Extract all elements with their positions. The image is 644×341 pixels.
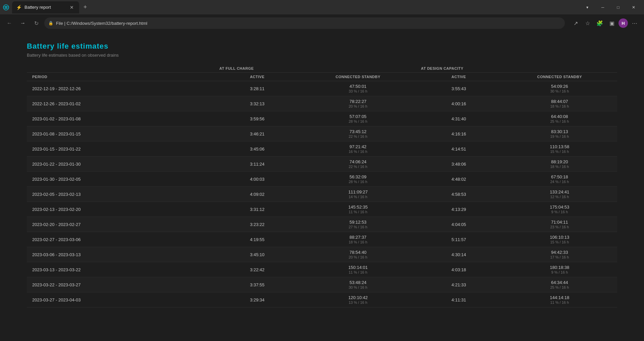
tab-title: Battery report <box>24 5 66 10</box>
period-cell: 2022-12-26 - 2023-01-02 <box>27 96 214 111</box>
fc-active-cell: 3:31:12 <box>214 202 301 217</box>
fc-active-cell: 3:29:34 <box>214 292 301 307</box>
dc-active-cell: 4:04:05 <box>416 217 502 232</box>
period-cell: 2023-03-22 - 2023-03-27 <box>27 277 214 292</box>
table-row: 2023-02-13 - 2023-02-20 3:31:12 145:52:3… <box>27 202 617 217</box>
dc-standby-cell: 180:18:38 9 % / 16 h <box>502 262 617 277</box>
tab-favicon: ⚡ <box>16 5 22 10</box>
period-cell: 2022-12-19 - 2022-12-26 <box>27 81 214 96</box>
fc-active-cell: 3:37:55 <box>214 277 301 292</box>
dc-standby-cell: 64:34:44 25 % / 16 h <box>502 277 617 292</box>
fc-standby-cell: 97:21:42 16 % / 16 h <box>301 141 416 157</box>
tab-close-button[interactable]: ✕ <box>68 4 75 11</box>
fc-active-subheader: ACTIVE <box>214 73 301 81</box>
dc-active-cell: 3:55:43 <box>416 81 502 96</box>
fc-standby-cell: 150:14:01 11 % / 16 h <box>301 262 416 277</box>
table-row: 2022-12-19 - 2022-12-26 3:28:11 47:50:01… <box>27 81 617 96</box>
full-charge-header: AT FULL CHARGE <box>214 64 416 73</box>
sidebar-icon[interactable]: ▣ <box>606 18 617 29</box>
favorites-icon[interactable]: ☆ <box>582 18 593 29</box>
period-cell: 2023-01-15 - 2023-01-22 <box>27 141 214 157</box>
dc-standby-cell: 71:04:11 23 % / 16 h <box>502 217 617 232</box>
fc-active-cell: 3:32:13 <box>214 96 301 111</box>
fc-standby-cell: 74:06:24 22 % / 16 h <box>301 157 416 172</box>
fc-standby-cell: 145:52:35 11 % / 16 h <box>301 202 416 217</box>
dc-standby-cell: 54:09:26 30 % / 16 h <box>502 81 617 96</box>
toolbar-right: ↗ ☆ 🧩 ▣ H ⋯ <box>570 18 640 29</box>
close-button[interactable]: ✕ <box>626 0 641 14</box>
fc-standby-cell: 111:09:27 14 % / 16 h <box>301 187 416 202</box>
period-cell: 2023-02-20 - 2023-02-27 <box>27 217 214 232</box>
period-cell: 2023-03-27 - 2023-04-03 <box>27 292 214 307</box>
page-content: Battery life estimates Battery life esti… <box>0 32 644 341</box>
table-row: 2023-01-08 - 2023-01-15 3:46:21 73:45:12… <box>27 126 617 141</box>
address-bar: ← → ↻ 🔒 File | C:/Windows/System32/batte… <box>0 14 644 32</box>
extensions-icon[interactable]: 🧩 <box>594 18 605 29</box>
fc-standby-cell: 53:48:24 30 % / 16 h <box>301 277 416 292</box>
table-row: 2023-01-02 - 2023-01-08 3:59:56 57:07:05… <box>27 111 617 126</box>
fc-active-cell: 3:46:21 <box>214 126 301 141</box>
dc-active-cell: 4:00:16 <box>416 96 502 111</box>
table-row: 2023-01-30 - 2023-02-05 4:00:03 56:32:09… <box>27 172 617 187</box>
fc-standby-cell: 120:10:42 13 % / 16 h <box>301 292 416 307</box>
dc-active-cell: 4:14:51 <box>416 141 502 157</box>
lock-icon: 🔒 <box>48 21 53 25</box>
dc-active-cell: 4:13:29 <box>416 202 502 217</box>
table-row: 2022-12-26 - 2023-01-02 3:32:13 78:22:27… <box>27 96 617 111</box>
new-tab-button[interactable]: + <box>80 3 90 12</box>
fc-active-cell: 4:00:03 <box>214 172 301 187</box>
browser-logo-icon <box>3 4 9 11</box>
dc-standby-cell: 133:24:41 12 % / 16 h <box>502 187 617 202</box>
dc-standby-cell: 144:14:18 11 % / 16 h <box>502 292 617 307</box>
address-input[interactable]: 🔒 File | C:/Windows/System32/battery-rep… <box>44 17 565 29</box>
dc-standby-cell: 88:19:20 18 % / 16 h <box>502 157 617 172</box>
address-url: File | C:/Windows/System32/battery-repor… <box>56 21 147 26</box>
fc-standby-cell: 78:54:40 20 % / 16 h <box>301 247 416 262</box>
period-cell: 2023-01-08 - 2023-01-15 <box>27 126 214 141</box>
fc-standby-subheader: CONNECTED STANDBY <box>301 73 416 81</box>
dc-active-cell: 4:21:33 <box>416 277 502 292</box>
table-row: 2023-01-22 - 2023-01-30 3:11:24 74:06:24… <box>27 157 617 172</box>
dc-active-cell: 4:30:14 <box>416 247 502 262</box>
fc-standby-cell: 57:07:05 28 % / 16 h <box>301 111 416 126</box>
maximize-button[interactable]: □ <box>610 0 626 14</box>
forward-button[interactable]: → <box>17 18 28 29</box>
table-row: 2023-03-27 - 2023-04-03 3:29:34 120:10:4… <box>27 292 617 307</box>
table-row: 2023-03-06 - 2023-03-13 3:45:10 78:54:40… <box>27 247 617 262</box>
period-cell: 2023-02-27 - 2023-03-06 <box>27 232 214 247</box>
fc-standby-cell: 78:22:27 20 % / 16 h <box>301 96 416 111</box>
dc-standby-cell: 106:10:13 15 % / 16 h <box>502 232 617 247</box>
design-capacity-header: AT DESIGN CAPACITY <box>416 64 617 73</box>
window-controls: ▾ ─ □ ✕ <box>580 0 641 14</box>
share-icon[interactable]: ↗ <box>570 18 581 29</box>
active-tab[interactable]: ⚡ Battery report ✕ <box>12 1 79 13</box>
table-row: 2023-03-13 - 2023-03-22 3:22:42 150:14:0… <box>27 262 617 277</box>
tab-bar: ⚡ Battery report ✕ + ▾ ─ □ ✕ <box>0 0 644 14</box>
col-period-header <box>27 64 214 73</box>
minimize-button[interactable]: ─ <box>595 0 610 14</box>
back-button[interactable]: ← <box>4 18 15 29</box>
period-cell: 2023-01-30 - 2023-02-05 <box>27 172 214 187</box>
fc-active-cell: 3:59:56 <box>214 111 301 126</box>
file-label: File <box>56 21 63 26</box>
table-row: 2023-01-15 - 2023-01-22 3:45:06 97:21:42… <box>27 141 617 157</box>
dc-standby-cell: 88:44:07 18 % / 16 h <box>502 96 617 111</box>
dc-standby-cell: 67:50:18 24 % / 16 h <box>502 172 617 187</box>
period-cell: 2023-03-13 - 2023-03-22 <box>27 262 214 277</box>
dc-standby-cell: 110:13:58 15 % / 16 h <box>502 141 617 157</box>
profile-button[interactable]: H <box>619 18 628 28</box>
dc-active-cell: 4:58:53 <box>416 187 502 202</box>
menu-icon[interactable]: ⋯ <box>629 18 640 29</box>
period-cell: 2023-02-05 - 2023-02-13 <box>27 187 214 202</box>
dc-active-cell: 4:48:02 <box>416 172 502 187</box>
table-row: 2023-02-20 - 2023-02-27 3:23:22 59:12:53… <box>27 217 617 232</box>
fc-active-cell: 3:11:24 <box>214 157 301 172</box>
refresh-button[interactable]: ↻ <box>31 18 42 29</box>
period-cell: 2023-01-22 - 2023-01-30 <box>27 157 214 172</box>
dc-standby-cell: 83:30:13 19 % / 16 h <box>502 126 617 141</box>
dc-active-cell: 4:03:18 <box>416 262 502 277</box>
dc-active-subheader: ACTIVE <box>416 73 502 81</box>
fc-standby-cell: 59:12:53 27 % / 16 h <box>301 217 416 232</box>
tab-list-button[interactable]: ▾ <box>580 0 595 14</box>
table-row: 2023-03-22 - 2023-03-27 3:37:55 53:48:24… <box>27 277 617 292</box>
